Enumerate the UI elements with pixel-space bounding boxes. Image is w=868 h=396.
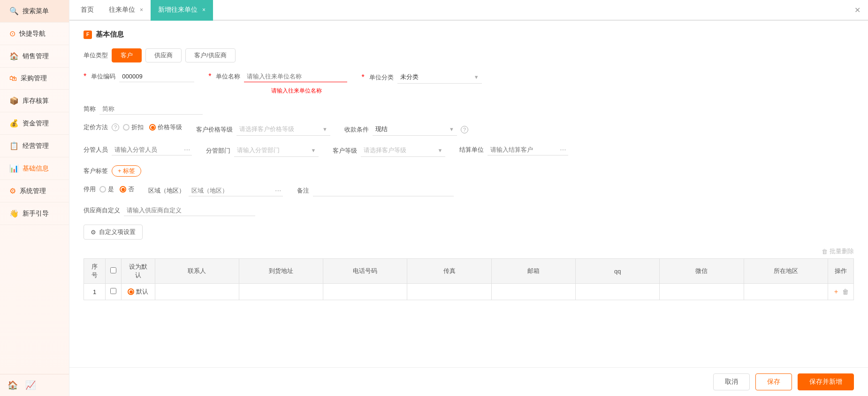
customer-level-label: 客户等级 <box>333 147 357 155</box>
unit-code-label: 单位编码 <box>91 72 115 81</box>
sidebar-home-icon[interactable]: 🏠 <box>8 380 18 390</box>
discount-radio-circle <box>123 124 129 131</box>
disabled-no-circle <box>120 186 126 193</box>
unit-name-label: 单位名称 <box>216 72 240 81</box>
row-wechat-input[interactable] <box>664 288 739 295</box>
disabled-no-radio[interactable]: 否 <box>120 185 134 194</box>
tab-new-partner-close[interactable]: × <box>202 7 206 13</box>
unit-type-supplier-btn[interactable]: 供应商 <box>145 48 182 62</box>
tab-partners-close[interactable]: × <box>140 7 143 13</box>
remarks-input[interactable] <box>313 185 454 196</box>
newbie-icon: 👋 <box>9 209 19 218</box>
cancel-button[interactable]: 取消 <box>713 373 750 390</box>
pricing-row: 定价方法 ? 折扣 价格等级 客户价格等级 请选择客户价格等级 <box>84 123 854 136</box>
short-name-label: 简称 <box>84 105 96 113</box>
sidebar-item-label: 经营管理 <box>23 142 49 150</box>
sidebar-chart-icon[interactable]: 📈 <box>25 380 36 390</box>
region-more-btn[interactable]: ··· <box>273 186 283 195</box>
sidebar-item-finance[interactable]: 💰 资金管理 <box>0 112 69 135</box>
customer-price-level-select[interactable]: 请选择客户价格等级 ▼ <box>236 123 330 136</box>
settlement-more-btn[interactable]: ··· <box>558 146 568 154</box>
batch-delete-label[interactable]: 批量删除 <box>830 247 854 256</box>
sidebar-item-base-info[interactable]: 📊 基础信息 <box>0 157 69 180</box>
col-default: 设为默认 <box>122 259 155 284</box>
sidebar-item-operations[interactable]: 📋 经营管理 <box>0 135 69 157</box>
sidebar-item-inventory[interactable]: 📦 库存核算 <box>0 90 69 112</box>
system-icon: ⚙ <box>9 186 16 195</box>
tab-new-partner[interactable]: 新增往来单位 × <box>151 0 213 21</box>
row-fax-input[interactable] <box>412 288 486 295</box>
department-select[interactable]: 请输入分管部门 ▼ <box>234 144 319 157</box>
select-all-checkbox[interactable] <box>110 267 116 273</box>
supplier-custom-label: 供应商自定义 <box>84 206 120 215</box>
row-default-cell: 默认 <box>122 284 155 300</box>
sidebar-item-search[interactable]: 🔍 搜索菜单 <box>0 0 69 23</box>
pricing-method-group: 定价方法 ? 折扣 价格等级 <box>84 123 182 132</box>
sidebar-item-label: 基础信息 <box>23 164 49 173</box>
sidebar-item-newbie[interactable]: 👋 新手引导 <box>0 202 69 225</box>
tab-home-label: 首页 <box>81 6 94 14</box>
inventory-icon: 📦 <box>9 96 19 105</box>
sidebar-item-purchase[interactable]: 🛍 采购管理 <box>0 68 69 90</box>
disabled-yes-label: 是 <box>108 185 114 194</box>
sidebar-item-system[interactable]: ⚙ 系统管理 <box>0 180 69 202</box>
row-address-cell <box>239 284 323 300</box>
row-phone-input[interactable] <box>328 288 402 295</box>
unit-code-input[interactable] <box>119 71 194 82</box>
unit-category-label: 单位分类 <box>369 73 394 82</box>
custom-settings-label: 自定义项设置 <box>99 228 136 236</box>
row-region-input[interactable] <box>749 288 823 295</box>
row-default-radio[interactable]: 默认 <box>126 287 150 296</box>
col-contact: 联系人 <box>155 259 239 284</box>
pricing-level-radio[interactable]: 价格等级 <box>149 123 182 132</box>
save-button[interactable]: 保存 <box>755 373 792 390</box>
col-action: 操作 <box>828 259 853 284</box>
disabled-yes-radio[interactable]: 是 <box>99 185 114 194</box>
row-add-btn[interactable]: ＋ <box>833 287 839 296</box>
customer-level-select[interactable]: 请选择客户等级 ▼ <box>361 144 445 157</box>
window-close-button[interactable]: ✕ <box>851 4 864 16</box>
sidebar-item-quick-nav[interactable]: ⊙ 快捷导航 <box>0 23 69 45</box>
row-address-input[interactable] <box>244 288 318 295</box>
payment-terms-group: 收款条件 现结 ▼ ? <box>344 123 468 136</box>
manager-more-btn[interactable]: ··· <box>182 146 192 154</box>
unit-name-group: * 单位名称 请输入往来单位名称 <box>208 71 347 95</box>
settlement-unit-group: 结算单位 ··· <box>459 144 568 155</box>
sidebar-item-label: 搜索菜单 <box>23 7 49 16</box>
col-address: 到货地址 <box>239 259 323 284</box>
unit-type-group: 单位类型 客户 供应商 客户/供应商 <box>84 48 236 62</box>
short-name-input[interactable] <box>99 103 203 115</box>
pricing-discount-radio[interactable]: 折扣 <box>123 123 144 132</box>
supplier-custom-input[interactable] <box>124 205 255 216</box>
col-region: 所在地区 <box>744 259 828 284</box>
custom-settings-btn[interactable]: ⚙ 自定义项设置 <box>84 225 143 240</box>
unit-name-input[interactable] <box>244 71 347 82</box>
customer-price-level-label: 客户价格等级 <box>196 125 233 134</box>
tab-partners[interactable]: 往来单位 × <box>101 0 151 21</box>
row-contact-input[interactable] <box>160 288 234 295</box>
sidebar-item-sales[interactable]: 🏠 销售管理 <box>0 45 69 68</box>
unit-type-both-btn[interactable]: 客户/供应商 <box>185 48 236 62</box>
table-row: 1 默认 <box>84 284 854 300</box>
payment-question-icon[interactable]: ? <box>461 126 468 133</box>
region-input[interactable] <box>189 185 273 196</box>
row-email-input[interactable] <box>496 288 571 295</box>
save-new-button[interactable]: 保存并新增 <box>798 373 854 390</box>
pricing-question-icon[interactable]: ? <box>112 124 119 131</box>
code-name-cat-row: * 单位编码 * 单位名称 请输入往来单位名称 * 单位分类 未分类 ▼ <box>84 71 854 95</box>
unit-category-select[interactable]: 未分类 ▼ <box>397 71 482 84</box>
price-level-chevron: ▼ <box>322 126 327 132</box>
row-qq-input[interactable] <box>580 288 655 295</box>
row-email-cell <box>491 284 575 300</box>
add-tag-btn[interactable]: + 标签 <box>112 165 141 177</box>
row-delete-btn[interactable]: 🗑 <box>842 288 849 295</box>
payment-terms-select[interactable]: 现结 ▼ <box>373 123 457 136</box>
row-checkbox[interactable] <box>110 288 116 294</box>
col-checkbox <box>106 259 122 284</box>
manager-input[interactable] <box>112 144 182 155</box>
settlement-input[interactable] <box>487 144 558 155</box>
disabled-region-row: 停用 是 否 区域（地区） ··· <box>84 185 854 196</box>
unit-type-customer-btn[interactable]: 客户 <box>112 48 142 62</box>
tab-home[interactable]: 首页 <box>73 0 101 21</box>
disabled-group: 停用 是 否 <box>84 185 134 194</box>
